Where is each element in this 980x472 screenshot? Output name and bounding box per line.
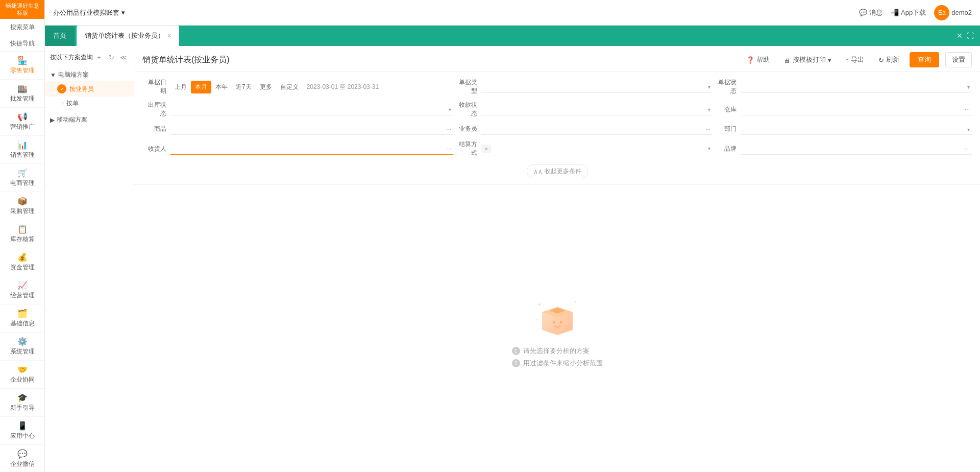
- last-month-btn[interactable]: 上月: [170, 81, 191, 93]
- settings-btn[interactable]: 设置: [945, 52, 972, 67]
- quick-nav[interactable]: 快捷导航: [0, 36, 44, 52]
- refresh-btn[interactable]: ↻ 刷新: [874, 53, 903, 66]
- scheme-active-icon: [57, 84, 66, 93]
- type-select[interactable]: [481, 81, 713, 93]
- custom-btn[interactable]: 自定义: [276, 81, 303, 93]
- out-status-select[interactable]: [170, 104, 453, 115]
- sidebar-item-finance[interactable]: 💰 资金管理: [0, 248, 44, 276]
- brand-input[interactable]: [741, 143, 972, 155]
- sidebar-item-label: 采购管理: [10, 207, 35, 216]
- salesperson-dots[interactable]: ···: [705, 126, 710, 133]
- dept-select[interactable]: [741, 123, 972, 135]
- app-download-btn[interactable]: 📲 App下载: [891, 8, 926, 17]
- finance-icon: 💰: [17, 252, 28, 262]
- collapse-panel-btn[interactable]: ≪: [118, 52, 129, 62]
- tab-close-all-icon[interactable]: ✕: [957, 32, 963, 40]
- refresh-icon: ↻: [878, 56, 884, 64]
- appstore-icon: 📱: [17, 421, 28, 431]
- left-panel-header: 按以下方案查询 + ↻ ≪: [45, 50, 134, 66]
- mobile-expand-icon: ▶: [50, 116, 55, 124]
- product-dots[interactable]: ···: [446, 126, 451, 133]
- salesperson-col: 业务员 ···: [453, 123, 713, 135]
- payment-tag-close[interactable]: ×: [484, 146, 487, 152]
- salesperson-label: 业务员: [453, 125, 481, 133]
- sidebar-item-wholesale[interactable]: 🏬 批发管理: [0, 80, 44, 108]
- tab-home-label: 首页: [53, 31, 66, 40]
- sidebar-item-operations[interactable]: 📈 经营管理: [0, 276, 44, 304]
- warehouse-col: 仓库 ···: [713, 104, 972, 115]
- page-actions: ❓ 帮助 🖨 按模板打印 ▾ ↑ 导出 ↻ 刷新: [742, 52, 972, 67]
- collapse-btn[interactable]: ∧∧ 收起更多条件: [527, 164, 588, 178]
- scheme-sub-item-order[interactable]: ≡ 按单: [45, 97, 134, 110]
- sidebar-item-marketing[interactable]: 📢 营销推广: [0, 108, 44, 136]
- sidebar-item-sales[interactable]: 📊 销售管理: [0, 136, 44, 164]
- payment-dropdown-icon[interactable]: ▾: [708, 146, 710, 151]
- scheme-item-salesperson[interactable]: 按业务员: [45, 81, 134, 97]
- sidebar-item-ecommerce[interactable]: 🛒 电商管理: [0, 164, 44, 192]
- avatar: Ea: [934, 5, 949, 20]
- tip-num-1: 1: [512, 347, 520, 355]
- svg-point-5: [560, 321, 562, 323]
- more-btn[interactable]: 更多: [256, 81, 276, 93]
- status-filter-col: 单据状态: [713, 78, 972, 96]
- tab-sales-stat[interactable]: 销货单统计表（按业务员） ×: [77, 26, 179, 46]
- brand-col: 品牌 ···: [713, 143, 972, 155]
- sidebar-search[interactable]: 搜索菜单: [0, 19, 44, 36]
- system-icon: ⚙️: [17, 337, 28, 346]
- user-avatar-btn[interactable]: Ea demo2: [934, 5, 972, 20]
- mobile-scheme-group[interactable]: ▶ 移动端方案: [45, 112, 134, 127]
- refresh-scheme-btn[interactable]: ↻: [106, 52, 116, 62]
- sidebar-item-enterprise[interactable]: 🤝 企业协同: [0, 361, 44, 389]
- print-dropdown-icon: ▾: [828, 56, 831, 64]
- type-label: 单据类型: [453, 78, 481, 96]
- product-input[interactable]: [170, 123, 453, 135]
- sidebar-item-purchase[interactable]: 📦 采购管理: [0, 192, 44, 220]
- warehouse-input[interactable]: [741, 104, 972, 115]
- tab-sales-stat-label: 销货单统计表（按业务员）: [85, 31, 164, 40]
- sidebar-item-wechat[interactable]: 💬 企业微信: [0, 445, 44, 472]
- brand-dots[interactable]: ···: [965, 145, 970, 152]
- account-selector[interactable]: 办公用品行业模拟账套 ▾: [53, 8, 125, 17]
- sidebar-item-newbie[interactable]: 🎓 新手引导: [0, 389, 44, 417]
- svg-point-3: [536, 319, 537, 321]
- right-panel: 销货单统计表(按业务员) ❓ 帮助 🖨 按模板打印 ▾ ↑ 导出: [134, 46, 980, 472]
- export-btn[interactable]: ↑ 导出: [842, 53, 869, 66]
- collapse-label: 收起更多条件: [545, 167, 581, 176]
- pay-status-select[interactable]: [481, 104, 713, 115]
- filter-row-4: 收货人 ··· 结算方式 × ▾: [142, 140, 972, 157]
- product-control: ···: [170, 123, 453, 135]
- sidebar-item-label: 应用中心: [10, 432, 35, 440]
- sidebar-item-stock[interactable]: 📋 库存核算: [0, 220, 44, 248]
- print-btn[interactable]: 🖨 按模板打印 ▾: [780, 53, 836, 66]
- sidebar-item-label: 系统管理: [10, 347, 35, 356]
- tab-maximize-icon[interactable]: ⛶: [967, 32, 974, 40]
- sidebar-item-appstore[interactable]: 📱 应用中心: [0, 417, 44, 445]
- mobile-scheme-label: 移动端方案: [57, 115, 87, 124]
- this-month-btn[interactable]: 本月: [191, 81, 211, 93]
- receiver-input[interactable]: [170, 143, 453, 155]
- status-select[interactable]: [741, 81, 972, 93]
- payment-tag: ×: [481, 145, 491, 153]
- message-icon: 💬: [859, 9, 867, 16]
- sidebar-item-system[interactable]: ⚙️ 系统管理: [0, 333, 44, 361]
- receiver-dots[interactable]: ···: [446, 145, 451, 152]
- query-btn[interactable]: 查询: [910, 52, 939, 67]
- sidebar-item-retail[interactable]: 🏪 零售管理: [0, 52, 44, 80]
- warehouse-dots[interactable]: ···: [965, 106, 970, 113]
- salesperson-input[interactable]: [481, 123, 713, 135]
- receiver-control: ···: [170, 143, 453, 155]
- message-btn[interactable]: 💬 消息: [859, 8, 883, 17]
- tab-close-btn[interactable]: ×: [167, 32, 171, 39]
- add-scheme-btn[interactable]: +: [94, 52, 104, 62]
- last7-btn[interactable]: 近7天: [232, 81, 256, 93]
- payment-control: × ▾: [481, 143, 713, 155]
- logo-subtext: 标版: [17, 9, 28, 16]
- pc-scheme-title[interactable]: ▼ 电脑端方案: [45, 68, 134, 81]
- help-btn[interactable]: ❓ 帮助: [742, 53, 774, 66]
- topbar-left: 办公用品行业模拟账套 ▾: [53, 8, 125, 17]
- tab-home[interactable]: 首页: [45, 26, 75, 46]
- svg-point-2: [574, 301, 576, 303]
- this-year-btn[interactable]: 本年: [211, 81, 232, 93]
- sidebar-item-basic[interactable]: 🗂️ 基础信息: [0, 304, 44, 333]
- date-label: 单据日期: [142, 78, 170, 96]
